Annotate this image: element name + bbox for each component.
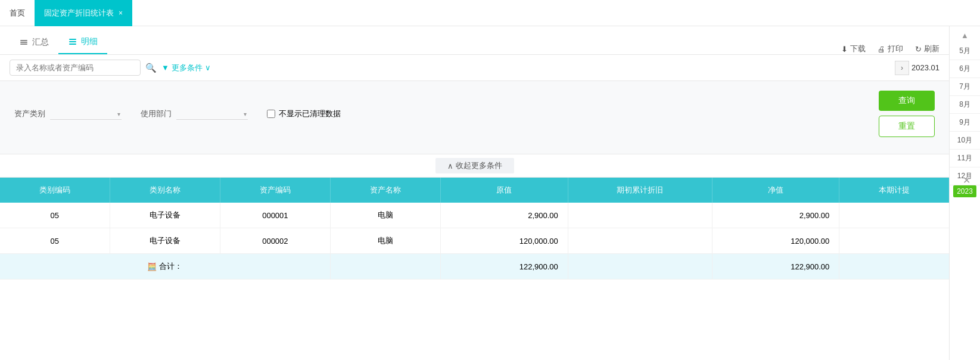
- cell-category-name: 电子设备: [110, 228, 220, 254]
- collapse-button[interactable]: ∧ 收起更多条件: [435, 158, 514, 173]
- department-label: 使用部门: [141, 108, 172, 119]
- month-item-7[interactable]: 7月: [950, 78, 980, 96]
- col-net-value: 净值: [712, 178, 839, 203]
- asset-category-label: 资产类别: [14, 108, 45, 119]
- cell-net-value: 2,900.00: [712, 203, 839, 228]
- table-header-row: 类别编码 类别名称 资产编码 资产名称 原值 期初累计折旧 净值 本期计提: [0, 178, 949, 203]
- svg-rect-4: [69, 41, 76, 42]
- col-current-depreciation: 本期计提: [839, 178, 949, 203]
- query-button[interactable]: 查询: [879, 91, 935, 111]
- search-input[interactable]: [10, 60, 141, 76]
- table-row: 05 电子设备 000001 电脑 2,900.00 2,900.00: [0, 203, 949, 228]
- filter-icon: ▼: [161, 63, 169, 72]
- asset-category-select[interactable]: [50, 108, 122, 120]
- tab-detail[interactable]: 明细: [58, 30, 107, 54]
- home-link[interactable]: 首页: [10, 8, 35, 18]
- asset-category-select-wrapper: [50, 108, 122, 120]
- search-icon[interactable]: 🔍: [145, 63, 157, 73]
- svg-rect-3: [69, 39, 76, 40]
- tab-actions: ⬇ 下载 🖨 打印 ↻ 刷新: [841, 44, 939, 54]
- cell-category-code: 05: [0, 228, 110, 254]
- more-conditions-btn[interactable]: ▼ 更多条件 ∨: [161, 63, 211, 73]
- window-close-icon[interactable]: ✕: [963, 175, 970, 186]
- month-item-10[interactable]: 10月: [950, 132, 980, 150]
- month-item-5[interactable]: 5月: [950, 42, 980, 60]
- table-container: 类别编码 类别名称 资产编码 资产名称 原值 期初累计折旧 净值 本期计提 05…: [0, 178, 949, 360]
- date-nav: › 2023.01: [895, 61, 939, 75]
- department-select-wrapper: [176, 108, 248, 120]
- department-select[interactable]: [176, 108, 248, 120]
- tab-close-icon[interactable]: ×: [119, 9, 123, 17]
- cell-original-value: 2,900.00: [441, 203, 568, 228]
- content-area: 汇总 明细 ⬇ 下载 🖨 打印: [0, 26, 980, 360]
- col-original-value: 原值: [441, 178, 568, 203]
- main-panel: 汇总 明细 ⬇ 下载 🖨 打印: [0, 26, 949, 360]
- month-item-8[interactable]: 8月: [950, 96, 980, 114]
- chevron-down-icon: ∨: [205, 63, 211, 72]
- cell-asset-code: 000001: [220, 203, 330, 228]
- cell-asset-code: 000002: [220, 228, 330, 254]
- sub-tabs-bar: 汇总 明细 ⬇ 下载 🖨 打印: [0, 26, 949, 55]
- cell-current-dep: [839, 203, 949, 228]
- download-btn[interactable]: ⬇ 下载: [841, 44, 866, 54]
- asset-category-filter: 资产类别: [14, 108, 122, 120]
- department-filter: 使用部门: [141, 108, 248, 120]
- total-asset-name: [330, 254, 440, 280]
- tab-summary-label: 汇总: [32, 37, 49, 48]
- tab-summary[interactable]: 汇总: [10, 30, 58, 54]
- calculator-icon: 🧮: [147, 262, 157, 271]
- cell-net-value: 120,000.00: [712, 228, 839, 254]
- total-net-value: 122,900.00: [712, 254, 839, 280]
- download-icon: ⬇: [841, 45, 848, 54]
- cell-current-dep: [839, 228, 949, 254]
- svg-rect-1: [20, 42, 27, 43]
- refresh-icon: ↻: [915, 45, 922, 54]
- list-icon: [68, 37, 77, 46]
- top-nav: 首页 固定资产折旧统计表 × ✕: [0, 0, 980, 26]
- year-badge: 2023: [953, 185, 976, 197]
- cell-accumulated-dep: [568, 203, 712, 228]
- collapse-bar: ∧ 收起更多条件: [0, 154, 949, 178]
- month-item-9[interactable]: 9月: [950, 114, 980, 132]
- col-accumulated-depreciation: 期初累计折旧: [568, 178, 712, 203]
- cell-original-value: 120,000.00: [441, 228, 568, 254]
- svg-rect-2: [20, 44, 27, 45]
- print-icon: 🖨: [878, 45, 885, 54]
- hide-cleared-filter: 不显示已清理数据: [267, 108, 341, 119]
- right-sidebar: ▲ 5月 6月 7月 8月 9月 10月 11月 12月 2023: [949, 26, 980, 360]
- total-accumulated-dep: [568, 254, 712, 280]
- date-nav-arrow-left[interactable]: ›: [895, 61, 909, 75]
- total-current-dep: [839, 254, 949, 280]
- month-item-6[interactable]: 6月: [950, 60, 980, 78]
- total-label-cell: 🧮 合计：: [0, 254, 330, 280]
- svg-rect-5: [69, 44, 76, 45]
- table-row: 05 电子设备 000002 电脑 120,000.00 120,000.00: [0, 228, 949, 254]
- cell-accumulated-dep: [568, 228, 712, 254]
- date-value: 2023.01: [911, 63, 939, 72]
- col-asset-name: 资产名称: [330, 178, 440, 203]
- month-item-11[interactable]: 11月: [950, 150, 980, 167]
- advanced-filter: 资产类别 使用部门: [0, 81, 949, 154]
- reset-button[interactable]: 重置: [879, 116, 935, 137]
- filter-btn-group: 查询 重置: [879, 91, 935, 137]
- svg-rect-0: [20, 40, 27, 41]
- cell-asset-name: 电脑: [330, 228, 440, 254]
- print-btn[interactable]: 🖨 打印: [878, 44, 903, 54]
- active-tab[interactable]: 固定资产折旧统计表 ×: [35, 0, 132, 26]
- col-category-name: 类别名称: [110, 178, 220, 203]
- layers-icon: [19, 38, 29, 47]
- filter-bar: 🔍 ▼ 更多条件 ∨ › 2023.01: [0, 55, 949, 81]
- total-original-value: 122,900.00: [441, 254, 568, 280]
- refresh-btn[interactable]: ↻ 刷新: [915, 44, 939, 54]
- cell-category-name: 电子设备: [110, 203, 220, 228]
- col-asset-code: 资产编码: [220, 178, 330, 203]
- tab-label: 固定资产折旧统计表: [44, 8, 114, 18]
- sidebar-up-icon[interactable]: ▲: [950, 29, 980, 42]
- cell-asset-name: 电脑: [330, 203, 440, 228]
- table-total-row: 🧮 合计： 122,900.00 122,900.00: [0, 254, 949, 280]
- hide-cleared-checkbox[interactable]: [267, 110, 275, 118]
- hide-cleared-label[interactable]: 不显示已清理数据: [279, 108, 341, 119]
- chevron-up-icon: ∧: [447, 162, 453, 170]
- filter-row-1: 资产类别 使用部门: [14, 91, 935, 137]
- data-table: 类别编码 类别名称 资产编码 资产名称 原值 期初累计折旧 净值 本期计提 05…: [0, 178, 949, 280]
